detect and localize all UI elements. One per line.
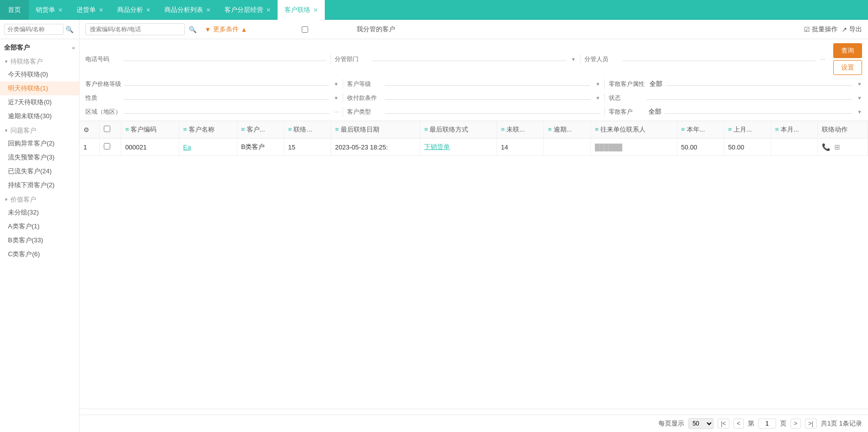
close-icon[interactable]: ✕ bbox=[266, 7, 271, 13]
sidebar-item-churn-warning[interactable]: 流失预警客户(3) bbox=[0, 150, 79, 164]
th-settings[interactable]: ⚙ bbox=[79, 121, 99, 139]
customer-name-link[interactable]: Ea bbox=[183, 144, 191, 151]
batch-operations-btn[interactable]: ☑ 批量操作 bbox=[804, 25, 838, 34]
more-conditions-btn[interactable]: ▼ 更多条件 ▲ bbox=[201, 23, 251, 36]
retail-customer-value: 全部 bbox=[649, 107, 661, 116]
sidebar-item-class-c[interactable]: C类客户(6) bbox=[0, 247, 79, 261]
th-code: ≡ 客户编码 bbox=[121, 121, 179, 139]
search-icon[interactable]: 🔍 bbox=[189, 26, 197, 33]
horizontal-scrollbar[interactable] bbox=[79, 409, 868, 415]
total-info: 共1页 1条记录 bbox=[821, 419, 862, 428]
row-checkbox[interactable] bbox=[104, 143, 110, 149]
all-customers-header[interactable]: 全部客户 « bbox=[0, 39, 79, 54]
chevron-down-icon: ▼ bbox=[571, 57, 576, 62]
status-select[interactable] bbox=[647, 96, 852, 100]
sidebar-item-ungrouped[interactable]: 未分组(32) bbox=[0, 206, 79, 219]
nav-product-analysis-list[interactable]: 商品分析列表 ✕ bbox=[157, 0, 217, 20]
th-this-year: ≡ 本年... bbox=[677, 121, 724, 139]
collapse-icon: « bbox=[72, 45, 75, 51]
page-label: 第 bbox=[748, 419, 754, 428]
payment-select[interactable] bbox=[385, 96, 590, 100]
customer-level-select[interactable] bbox=[385, 82, 590, 86]
th-checkbox[interactable] bbox=[99, 121, 121, 139]
retail-attr-label: 零散客户属性 bbox=[609, 80, 645, 88]
td-name[interactable]: Ea bbox=[179, 139, 237, 156]
sort-icon: ≡ bbox=[424, 126, 428, 133]
nature-field: 性质 ▼ bbox=[85, 94, 339, 102]
my-customers-checkbox[interactable]: 我分管的客户 bbox=[255, 25, 395, 34]
price-level-select[interactable] bbox=[124, 82, 329, 86]
dept-select[interactable] bbox=[372, 58, 566, 61]
next-page-btn[interactable]: > bbox=[791, 419, 801, 429]
retail-attr-field: 零散客户属性 全部 ▼ bbox=[609, 79, 862, 88]
td-last-month: 50.00 bbox=[724, 139, 771, 156]
sidebar-item-tomorrow-contact[interactable]: 明天待联络(1) bbox=[0, 81, 79, 95]
query-btn[interactable]: 查询 bbox=[833, 43, 862, 58]
sidebar-item-repurchase-abnormal[interactable]: 回购异常客户(2) bbox=[0, 137, 79, 150]
search-input[interactable] bbox=[85, 23, 185, 35]
td-type: B类客户 bbox=[237, 139, 284, 156]
grid-action-icon[interactable]: ⊞ bbox=[834, 143, 840, 151]
filter-row-2: 客户价格等级 ▼ 客户等级 ▼ 零散客户属性 全部 ▼ bbox=[85, 79, 862, 89]
select-all-checkbox[interactable] bbox=[104, 126, 110, 132]
close-icon[interactable]: ✕ bbox=[206, 7, 211, 13]
nav-customer-layer[interactable]: 客户分层经营 ✕ bbox=[217, 0, 278, 20]
close-icon[interactable]: ✕ bbox=[313, 7, 318, 13]
phone-label: 电话号码 bbox=[85, 55, 120, 64]
export-btn[interactable]: ↗ 导出 bbox=[842, 25, 862, 34]
retail-customer-select[interactable] bbox=[664, 110, 852, 114]
customer-type-label: 客户类型 bbox=[347, 108, 382, 116]
sidebar-item-class-b[interactable]: B类客户(33) bbox=[0, 233, 79, 247]
close-icon[interactable]: ✕ bbox=[146, 7, 150, 13]
td-code: 000021 bbox=[121, 139, 179, 156]
retail-attr-select[interactable] bbox=[665, 82, 852, 86]
sidebar-item-churned[interactable]: 已流失客户(24) bbox=[0, 164, 79, 178]
sidebar-item-class-a[interactable]: A类客户(1) bbox=[0, 219, 79, 233]
last-method-link[interactable]: 下销货单 bbox=[424, 143, 450, 150]
status-label: 状态 bbox=[609, 94, 644, 102]
first-page-btn[interactable]: |< bbox=[718, 419, 729, 429]
region-select[interactable] bbox=[124, 110, 329, 114]
nav-purchase[interactable]: 进货单 ✕ bbox=[70, 0, 110, 20]
filter-bar: 🔍 ▼ 更多条件 ▲ 我分管的客户 ☑ 批量操作 ↗ 导出 bbox=[79, 20, 868, 39]
prev-page-btn[interactable]: < bbox=[733, 419, 744, 429]
dept-field: 分管部门 ▼ bbox=[335, 55, 576, 64]
retail-customer-label: 零散客户 bbox=[609, 108, 644, 116]
last-page-btn[interactable]: >| bbox=[805, 419, 817, 429]
my-customers-check[interactable] bbox=[255, 26, 355, 33]
close-icon[interactable]: ✕ bbox=[58, 7, 63, 13]
page-size-label: 每页显示 bbox=[658, 419, 684, 428]
td-actions: 📞 ⊞ bbox=[818, 139, 868, 156]
sort-icon: ≡ bbox=[595, 126, 599, 133]
advanced-filter-panel: 电话号码 分管部门 ▼ 分管人员 ··· 查询 设置 bbox=[79, 39, 868, 121]
td-contact-num: 15 bbox=[284, 139, 331, 156]
sort-icon: ≡ bbox=[775, 126, 779, 133]
sort-icon: ≡ bbox=[548, 126, 552, 133]
td-checkbox[interactable] bbox=[99, 139, 121, 156]
nav-sales[interactable]: 销货单 ✕ bbox=[29, 0, 70, 20]
nav-customer-contact[interactable]: 客户联络 ✕ bbox=[278, 0, 325, 20]
nav-home[interactable]: 首页 bbox=[0, 0, 29, 20]
person-select[interactable] bbox=[622, 58, 816, 61]
settings-icon[interactable]: ⚙ bbox=[83, 126, 89, 134]
filter-row-1: 电话号码 分管部门 ▼ 分管人员 ··· 查询 设置 bbox=[85, 43, 862, 75]
nav-product-analysis[interactable]: 商品分析 ✕ bbox=[110, 0, 157, 20]
sidebar-item-overdue-contact[interactable]: 逾期未联络(30) bbox=[0, 109, 79, 123]
search-icon[interactable]: 🔍 bbox=[66, 26, 73, 33]
page-size-select[interactable]: 50 100 200 bbox=[688, 418, 714, 429]
sidebar-search-input[interactable] bbox=[4, 24, 64, 35]
customer-type-select[interactable] bbox=[385, 110, 600, 114]
td-last-method[interactable]: 下销货单 bbox=[420, 139, 497, 156]
phone-select[interactable] bbox=[123, 58, 326, 61]
current-page-input[interactable] bbox=[758, 419, 776, 429]
phone-action-icon[interactable]: 📞 bbox=[822, 143, 830, 151]
td-this-month bbox=[771, 139, 818, 156]
person-label: 分管人员 bbox=[584, 55, 619, 64]
sidebar-item-declining[interactable]: 持续下滑客户(2) bbox=[0, 178, 79, 192]
sidebar-item-7days-contact[interactable]: 近7天待联络(0) bbox=[0, 95, 79, 109]
sidebar-item-today-contact[interactable]: 今天待联络(0) bbox=[0, 68, 79, 81]
settings-btn[interactable]: 设置 bbox=[833, 60, 862, 75]
checkbox-icon: ☑ bbox=[804, 26, 810, 33]
close-icon[interactable]: ✕ bbox=[99, 7, 103, 13]
nature-select[interactable] bbox=[123, 96, 329, 100]
